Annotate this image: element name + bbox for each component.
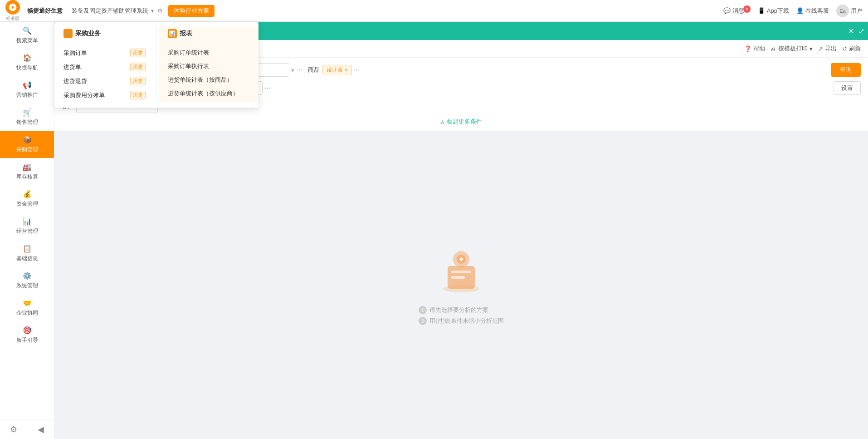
export-icon: ↗: [818, 45, 823, 52]
sys-settings-btn[interactable]: ⚙: [157, 7, 163, 14]
app-download-label: App下载: [767, 7, 789, 15]
phone-icon: 📱: [758, 7, 765, 14]
purchase-item-采购订单[interactable]: 采购订单 历史: [60, 46, 149, 60]
sys-dropdown-btn[interactable]: ▾: [151, 8, 154, 14]
sidebar-item-system[interactable]: ⚙️ 系统管理: [0, 267, 54, 294]
empty-step2: ② 用[过滤]条件来缩小分析范围: [419, 317, 503, 325]
sidebar-item-search[interactable]: 🔍 搜索菜单: [0, 22, 54, 49]
message-icon: 💬: [723, 7, 731, 14]
sidebar-item-marketing[interactable]: 📢 营销推广: [0, 76, 54, 104]
goods-more[interactable]: ···: [354, 66, 360, 74]
menu-divider: [156, 27, 157, 102]
refresh-label: 刷新: [849, 44, 861, 53]
sales-icon: 🛒: [23, 108, 32, 117]
operations-icon: 📊: [23, 217, 32, 226]
sidebar-item-label-guide: 新手引导: [16, 336, 38, 344]
online-service-btn[interactable]: 👤 在线客服: [796, 7, 829, 15]
app-download-btn[interactable]: 📱 App下载: [758, 7, 789, 15]
sidebar-item-label-finance: 资金管理: [16, 200, 38, 208]
tab-expand-btn[interactable]: ⤢: [858, 27, 864, 35]
messages-btn[interactable]: 💬 消息 5: [723, 7, 751, 15]
guide-icon: 🎯: [23, 326, 32, 335]
sidebar-item-label-system: 系统管理: [16, 282, 38, 290]
purchase-section: 🛒 采购业务 采购订单 历史 进货单 历史 进货退货 历史 采购费用分摊单 历史: [54, 27, 155, 102]
purchase-item-采购费用分摊单[interactable]: 采购费用分摊单 历史: [60, 88, 149, 102]
empty-illustration: [434, 246, 488, 301]
menu-item-label: 采购订单执行表: [168, 62, 209, 70]
goods-tag: 设计素 ×: [322, 65, 352, 75]
purchase-section-icon: 🛒: [63, 29, 73, 38]
menu-item-label: 采购费用分摊单: [63, 91, 105, 99]
report-item-采购订单统计表[interactable]: 采购订单统计表: [164, 46, 254, 59]
purchase-item-进货单[interactable]: 进货单 历史: [60, 60, 149, 74]
collapse-btn[interactable]: ∧ 收起更多条件: [440, 118, 482, 126]
messages-label: 消息: [732, 7, 744, 15]
purchase-item-进货退货[interactable]: 进货退货 历史: [60, 74, 149, 88]
refresh-icon: ↺: [842, 45, 847, 52]
svg-rect-2: [451, 271, 471, 273]
sidebar-item-basic[interactable]: 📋 基础信息: [0, 240, 54, 267]
history-badge: 历史: [130, 63, 146, 71]
set-btn[interactable]: 设置: [834, 81, 861, 95]
logo-area[interactable]: 标准版: [5, 0, 20, 22]
top-right: 💬 消息 5 📱 App下载 👤 在线客服 Ea 用户: [723, 5, 863, 17]
menu-item-label: 进货单: [63, 63, 81, 71]
online-service-label: 在线客服: [805, 7, 829, 15]
goods-tag-close[interactable]: ×: [345, 67, 348, 73]
enterprise-icon: 🤝: [23, 299, 32, 307]
sidebar-item-label-marketing: 营销推广: [16, 91, 38, 99]
action-btns: 查询: [831, 63, 861, 77]
user-label: 用户: [851, 7, 863, 15]
logo-icon: [5, 0, 20, 15]
purchase-section-title: 🛒 采购业务: [60, 27, 149, 42]
avatar: Ea: [836, 5, 849, 17]
sidebar-collapse-btn[interactable]: ◀: [38, 424, 44, 434]
sidebar-item-enterprise[interactable]: 🤝 企业协同: [0, 294, 54, 321]
sidebar-settings-btn[interactable]: ⚙: [10, 424, 17, 434]
sidebar-item-purchase[interactable]: 📦 采购管理: [0, 131, 54, 158]
report-item-进货单统计表（按供应商）[interactable]: 进货单统计表（按供应商）: [164, 87, 254, 100]
report-section-title: 📊 报表: [164, 27, 254, 42]
industry-btn[interactable]: 体验行业方案: [168, 5, 215, 17]
user-menu-btn[interactable]: Ea 用户: [836, 5, 863, 17]
history-badge: 历史: [130, 49, 146, 57]
help-icon: ❓: [744, 45, 751, 52]
sidebar-item-quick[interactable]: 🏠 快捷导航: [0, 49, 54, 76]
sidebar: 🔍 搜索菜单 🏠 快捷导航 📢 营销推广 🛒 销售管理 📦 采购管理 🏭 库存核…: [0, 22, 54, 439]
menu-item-label: 进货单统计表（按商品）: [168, 76, 233, 84]
history-badge: 历史: [130, 91, 146, 99]
print-label: 按模板打印: [778, 44, 808, 53]
marketing-icon: 📢: [23, 81, 32, 89]
sidebar-item-sales[interactable]: 🛒 销售管理: [0, 104, 54, 131]
query-btn[interactable]: 查询: [831, 63, 861, 77]
sidebar-item-label-basic: 基础信息: [16, 255, 38, 262]
sidebar-item-inventory[interactable]: 🏭 库存核算: [0, 158, 54, 185]
empty-text: ① 请先选择要分析的方案 ② 用[过滤]条件来缩小分析范围: [419, 306, 503, 325]
system-icon: ⚙️: [23, 271, 32, 280]
purchase-icon: 📦: [23, 135, 32, 144]
sidebar-item-label-operations: 经营管理: [16, 227, 38, 235]
report-item-采购订单执行表[interactable]: 采购订单执行表: [164, 59, 254, 73]
print-btn[interactable]: 🖨 按模板打印 ▾: [770, 44, 813, 53]
report-item-进货单统计表（按商品）[interactable]: 进货单统计表（按商品）: [164, 73, 254, 87]
salesperson-more[interactable]: ···: [264, 84, 270, 92]
refresh-btn[interactable]: ↺ 刷新: [842, 44, 861, 53]
sidebar-item-finance[interactable]: 💰 资金管理: [0, 185, 54, 212]
search-icon: 🔍: [23, 26, 32, 35]
purchase-dropdown-menu: 🛒 采购业务 采购订单 历史 进货单 历史 进货退货 历史 采购费用分摊单 历史…: [54, 22, 258, 108]
tab-actions: ✕ ⤢: [848, 27, 864, 35]
print-icon: 🖨: [770, 45, 776, 52]
menu-item-label: 采购订单统计表: [168, 49, 209, 57]
sidebar-item-guide[interactable]: 🎯 新手引导: [0, 321, 54, 349]
sidebar-item-operations[interactable]: 📊 经营管理: [0, 212, 54, 240]
brand-text: 畅捷通好生意: [27, 7, 63, 15]
voucher-status-more[interactable]: ···: [296, 66, 302, 74]
tab-close-window-btn[interactable]: ✕: [848, 27, 854, 35]
sidebar-item-label-purchase: 采购管理: [16, 146, 38, 153]
voucher-status-dropdown[interactable]: ▾: [291, 67, 294, 74]
help-btn[interactable]: ❓ 帮助: [744, 44, 765, 53]
export-btn[interactable]: ↗ 导出: [818, 44, 837, 53]
svg-rect-3: [451, 276, 465, 279]
sidebar-item-label-inventory: 库存核算: [16, 173, 38, 181]
goods-filter: 商品 设计素 × ···: [308, 65, 360, 75]
